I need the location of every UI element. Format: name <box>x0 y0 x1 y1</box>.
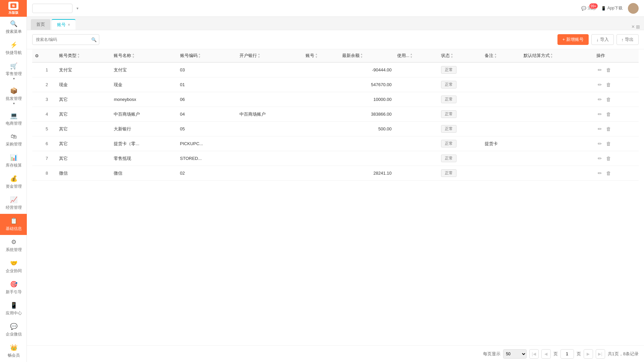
sidebar-item-enterprise-wechat[interactable]: 💬 企业微信 <box>0 319 27 341</box>
row-balance-cell: 383866.00 <box>339 107 394 122</box>
first-page-button[interactable]: |◀ <box>529 349 539 359</box>
sidebar-item-purchase[interactable]: 🛍 采购管理 <box>0 130 27 150</box>
delete-button[interactable]: 🗑 <box>605 111 612 117</box>
status-column-header[interactable]: 状态 ▲▼ <box>438 49 482 62</box>
sidebar-item-enterprise-collab[interactable]: 🤝 企业协同 <box>0 256 27 277</box>
row-settings-cell <box>32 122 43 136</box>
search-icon[interactable]: 🔍 <box>91 37 97 42</box>
row-remark-cell <box>482 151 521 166</box>
content-toolbar: 🔍 + 新增账号 ↓ 导入 ↑ 导出 <box>27 30 644 49</box>
edit-button[interactable]: ✏ <box>596 111 603 117</box>
sidebar-item-quick-nav[interactable]: ⚡ 快捷导航 <box>0 38 27 59</box>
home-tab-label: 首页 <box>36 21 45 27</box>
bank-column-header[interactable]: 开户银行 ▲▼ <box>237 49 303 62</box>
type-col-label: 账号类型 <box>59 53 76 59</box>
sidebar-item-label: 新手引导 <box>6 289 22 295</box>
remark-column-header[interactable]: 备注 ▲▼ <box>482 49 521 62</box>
delete-button[interactable]: 🗑 <box>605 170 612 176</box>
edit-button[interactable]: ✏ <box>596 126 603 132</box>
name-column-header[interactable]: 账号名称 ▲▼ <box>111 49 177 62</box>
remark-col-label: 备注 <box>485 53 493 59</box>
topbar-search-input[interactable] <box>32 4 72 13</box>
sidebar-item-retail[interactable]: 🛒 零售管理 ▾ <box>0 59 27 84</box>
usage-col-label: 使用... <box>397 53 410 59</box>
next-page-button[interactable]: ▶ <box>584 349 593 359</box>
topbar-dropdown-btn[interactable]: ▾ <box>76 6 78 11</box>
row-remark-cell <box>482 122 521 136</box>
app-download-label: App下载 <box>607 5 623 11</box>
default-settle-column-header[interactable]: 默认结算方式 ▲▼ <box>521 49 594 62</box>
last-page-button[interactable]: ▶| <box>596 349 605 359</box>
balance-column-header[interactable]: 最新余额 ▲▼ <box>339 49 394 62</box>
sidebar-item-guide[interactable]: 🎯 新手引导 <box>0 277 27 298</box>
sidebar-item-system[interactable]: ⚙ 系统管理 <box>0 235 27 256</box>
edit-button[interactable]: ✏ <box>596 97 603 102</box>
page-number-input[interactable] <box>560 349 574 359</box>
edit-button[interactable]: ✏ <box>596 170 603 176</box>
sidebar-item-operations[interactable]: 📈 经营管理 <box>0 193 27 214</box>
row-status-cell: 正常 <box>438 151 482 166</box>
row-status-cell: 正常 <box>438 92 482 107</box>
edit-button[interactable]: ✏ <box>596 156 603 161</box>
tab-accounts[interactable]: 账号 × <box>52 19 75 30</box>
svg-text:畅: 畅 <box>12 4 15 7</box>
export-button[interactable]: ↑ 导出 <box>616 34 639 45</box>
purchase-icon: 🛍 <box>11 133 17 140</box>
sidebar-item-finance[interactable]: 💰 资金管理 <box>0 172 27 193</box>
edit-button[interactable]: ✏ <box>596 82 603 87</box>
row-usage-cell <box>394 151 439 166</box>
delete-button[interactable]: 🗑 <box>605 97 612 102</box>
sidebar-item-search[interactable]: 🔍 搜索菜单 <box>0 17 27 38</box>
code-column-header[interactable]: 账号编码 ▲▼ <box>177 49 237 62</box>
table-body: 1 支付宝 支付宝 03 -90444.00 正常 ✏ 🗑 2 现金 现金 01 <box>32 62 639 181</box>
per-page-select[interactable]: 50 100 200 <box>503 349 527 359</box>
sidebar-item-vip[interactable]: 👑 畅会员 <box>0 341 27 362</box>
row-balance-cell: 10000.00 <box>339 92 394 107</box>
row-status-cell: 正常 <box>438 166 482 181</box>
sort-icons: ▲▼ <box>258 53 260 59</box>
row-settings-cell <box>32 62 43 77</box>
row-default-settle-cell <box>521 77 594 92</box>
settings-column-header[interactable]: ⚙ <box>32 49 43 62</box>
messages-button[interactable]: 💬 消息 99+ <box>581 5 596 11</box>
row-num-cell: 4 <box>43 107 56 122</box>
app-download-button[interactable]: 📱 App下载 <box>601 5 623 11</box>
sidebar-item-basic-info[interactable]: 📋 基础信息 <box>0 214 27 235</box>
row-code-cell: 03 <box>177 62 237 77</box>
sidebar-item-wholesale[interactable]: 📦 批发管理 ▾ <box>0 84 27 109</box>
status-badge: 正常 <box>441 66 457 74</box>
tab-close-window-icon[interactable]: × <box>632 24 635 30</box>
sidebar-item-ecommerce[interactable]: 💻 电商管理 <box>0 109 27 130</box>
row-balance-cell <box>339 136 394 151</box>
row-bank-cell <box>237 151 303 166</box>
tab-close-icon[interactable]: × <box>68 22 70 27</box>
import-button[interactable]: ↓ 导入 <box>591 34 614 45</box>
sidebar-item-app-center[interactable]: 📱 应用中心 <box>0 298 27 319</box>
delete-button[interactable]: 🗑 <box>605 141 612 146</box>
delete-button[interactable]: 🗑 <box>605 67 612 73</box>
add-account-button[interactable]: + 新增账号 <box>557 34 589 45</box>
delete-button[interactable]: 🗑 <box>605 156 612 161</box>
edit-button[interactable]: ✏ <box>596 141 603 146</box>
delete-button[interactable]: 🗑 <box>605 82 612 87</box>
tab-home[interactable]: 首页 <box>31 19 50 30</box>
user-avatar[interactable] <box>628 3 639 14</box>
delete-button[interactable]: 🗑 <box>605 126 612 132</box>
row-name-cell: 现金 <box>111 77 177 92</box>
main-area: ▾ 💬 消息 99+ 📱 App下载 首页 账号 × × ⊞ <box>27 0 644 362</box>
status-badge: 正常 <box>441 96 457 103</box>
account-column-header[interactable]: 账号 ▲▼ <box>303 49 339 62</box>
edit-button[interactable]: ✏ <box>596 67 603 73</box>
balance-col-label: 最新余额 <box>342 53 360 59</box>
status-badge: 正常 <box>441 169 457 177</box>
tab-maximize-icon[interactable]: ⊞ <box>636 24 640 29</box>
row-remark-cell <box>482 107 521 122</box>
row-account-cell <box>303 62 339 77</box>
account-search-input[interactable] <box>32 34 99 45</box>
type-column-header[interactable]: 账号类型 ▲▼ <box>56 49 111 62</box>
prev-page-button[interactable]: ◀ <box>541 349 551 359</box>
sidebar-item-inventory[interactable]: 📊 库存核算 <box>0 150 27 172</box>
usage-column-header[interactable]: 使用... ▲▼ <box>394 49 439 62</box>
topbar-left: ▾ <box>32 4 78 13</box>
row-account-cell <box>303 92 339 107</box>
